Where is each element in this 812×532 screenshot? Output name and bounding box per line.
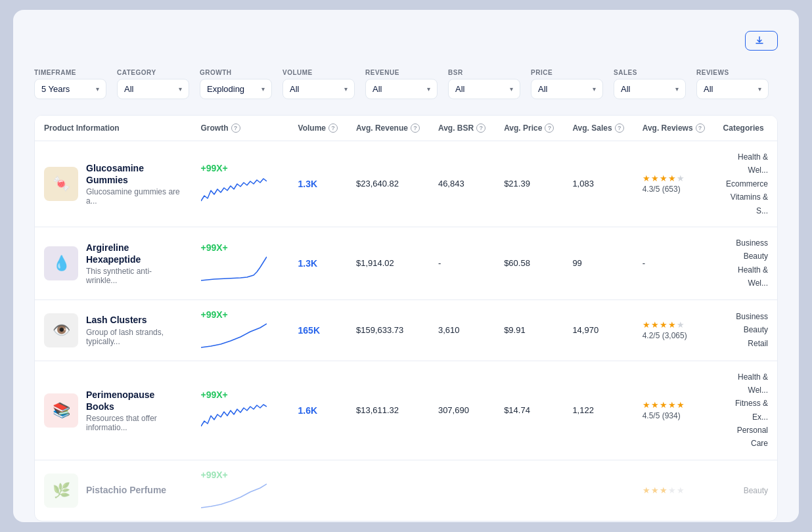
revenue-value: $23,640.82 [356,179,399,188]
filter-select-volume[interactable]: All ▾ [282,79,355,99]
categories-cell: BusinessBeautyHealth & Wel... [714,227,777,299]
help-icon[interactable]: ? [328,123,338,133]
filter-select-price[interactable]: All ▾ [531,79,603,99]
product-cell: 👁️ Lash Clusters Group of lash strands, … [35,299,192,361]
star-full: ★ [651,400,659,410]
download-icon [755,36,764,45]
volume-cell: 1.3K [289,141,347,227]
star-full: ★ [660,320,667,330]
help-icon[interactable]: ? [476,123,485,133]
star-full: ★ [668,173,676,183]
price-cell [495,460,563,521]
filter-group-category: CATEGORY All ▾ [117,69,189,99]
filter-label: SALES [614,69,686,76]
filter-group-price: PRICE All ▾ [531,69,603,99]
chevron-down-icon: ▾ [675,85,679,93]
star-full: ★ [651,320,659,330]
filter-select-bsr[interactable]: All ▾ [448,79,520,99]
filter-group-volume: VOLUME All ▾ [282,69,355,99]
sales-cell: 1,083 [563,141,633,227]
star-full: ★ [651,173,659,183]
chevron-down-icon: ▾ [427,85,430,93]
price-cell: $60.58 [495,227,563,299]
filter-select-timeframe[interactable]: 5 Years ▾ [34,79,106,99]
category-item: Health & Wel... [723,370,768,397]
revenue-value: $159,633.73 [356,325,403,335]
category-item: Beauty [723,250,768,263]
filter-label: REVENUE [365,69,438,76]
product-cell: 💧 Argireline Hexapeptide This synthetic … [35,227,192,299]
growth-badge: +99X+ [201,470,228,480]
price-value: $21.39 [504,179,530,188]
main-card: TIMEFRAME 5 Years ▾ CATEGORY All ▾ GROWT… [13,10,799,522]
volume-value: 1.3K [298,258,318,269]
bsr-cell: 46,843 [429,141,495,227]
growth-cell: +99X+ [192,460,289,521]
chevron-down-icon: ▾ [344,85,348,93]
help-icon[interactable]: ? [545,123,554,133]
filter-label: VOLUME [282,69,355,76]
bsr-value: 46,843 [438,179,464,188]
product-info: Argireline Hexapeptide This synthetic an… [86,242,183,285]
star-full: ★ [660,485,667,495]
star-full: ★ [643,173,650,183]
sparkline-chart [201,403,267,432]
category-item: Health & Wel... [723,263,768,290]
star-rating: ★★★★★ [643,400,705,410]
product-cell: 🍬 Glucosamine Gummies Glucosamine gummie… [35,141,192,227]
product-info: Glucosamine Gummies Glucosamine gummies … [86,162,183,206]
product-description: Glucosamine gummies are a... [86,187,183,206]
star-full: ★ [668,400,676,410]
chevron-down-icon: ▾ [261,85,265,93]
category-item: Personal Care [723,424,768,451]
help-icon[interactable]: ? [615,123,624,133]
filter-label: PRICE [531,69,603,76]
chevron-down-icon: ▾ [593,85,596,93]
filter-group-reviews: REVIEWS All ▾ [696,69,769,99]
volume-cell [289,460,347,521]
col-header-product-information: Product Information [35,116,192,141]
bsr-cell: - [429,227,495,299]
product-name: Glucosamine Gummies [86,162,183,186]
product-name: Lash Clusters [86,314,183,326]
filter-label: GROWTH [200,69,272,76]
col-header-avg--price: Avg. Price? [495,116,563,141]
category-item: Beauty [723,484,768,497]
revenue-cell: $1,914.02 [347,227,429,299]
sales-value: 1,083 [572,179,594,188]
star-empty: ★ [677,173,685,183]
table-row: 💧 Argireline Hexapeptide This synthetic … [35,227,777,299]
categories-cell: Health & Wel...EcommerceVitamins & S... [714,141,777,227]
table-row: 🍬 Glucosamine Gummies Glucosamine gummie… [35,141,777,227]
filter-label: CATEGORY [117,69,189,76]
star-full: ★ [660,173,667,183]
filter-select-category[interactable]: All ▾ [117,79,189,99]
filter-select-revenue[interactable]: All ▾ [365,79,438,99]
product-info: Lash Clusters Group of lash strands, typ… [86,314,183,345]
filter-group-bsr: BSR All ▾ [448,69,520,99]
filter-select-growth[interactable]: Exploding ▾ [200,79,272,99]
category-item: Retail [723,337,768,350]
sales-value: 14,970 [572,325,598,335]
col-header-volume: Volume? [289,116,347,141]
product-info: Perimenopause Books Resources that offer… [86,389,183,432]
filter-select-sales[interactable]: All ▾ [614,79,686,99]
product-cell: 📚 Perimenopause Books Resources that off… [35,361,192,460]
help-icon[interactable]: ? [231,123,240,133]
filter-group-revenue: REVENUE All ▾ [365,69,438,99]
col-header-avg--sales: Avg. Sales? [563,116,633,141]
col-header-avg--reviews: Avg. Reviews? [633,116,714,141]
help-icon[interactable]: ? [411,123,420,133]
star-full: ★ [643,485,650,495]
star-rating: ★★★★★ [643,173,705,183]
revenue-cell: $13,611.32 [347,361,429,460]
filter-label: REVIEWS [696,69,769,76]
growth-cell: +99X+ [192,361,289,460]
star-empty: ★ [668,485,676,495]
export-button[interactable] [745,31,778,51]
help-icon[interactable]: ? [696,123,705,133]
star-rating: ★★★★★ [643,320,705,330]
bsr-value: 307,690 [438,405,469,415]
star-full: ★ [668,320,676,330]
filter-select-reviews[interactable]: All ▾ [696,79,769,99]
